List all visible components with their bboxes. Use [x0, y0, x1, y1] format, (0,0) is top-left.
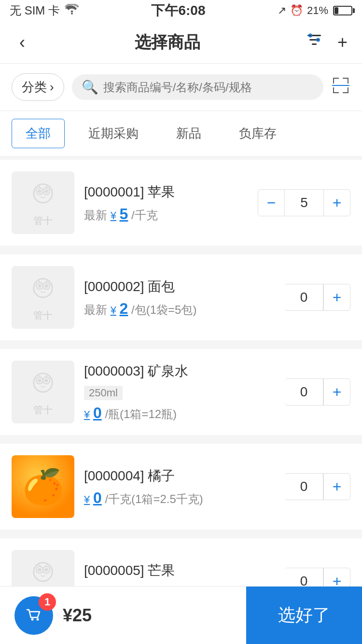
- quantity-input[interactable]: [285, 189, 323, 216]
- decrease-button[interactable]: −: [258, 189, 285, 216]
- price-unit: /千克: [131, 209, 158, 222]
- tab-negative[interactable]: 负库存: [225, 119, 291, 148]
- tab-bar: 全部 近期采购 新品 负库存: [0, 111, 362, 160]
- increase-button[interactable]: +: [323, 284, 350, 311]
- quantity-input[interactable]: [285, 284, 323, 311]
- increase-button[interactable]: +: [323, 189, 350, 216]
- svg-rect-8: [348, 78, 348, 84]
- carrier-text: 无 SIM 卡: [10, 3, 60, 18]
- svg-rect-6: [333, 78, 334, 84]
- product-name: [0000004] 橘子: [84, 467, 275, 485]
- price-label: 最新: [84, 209, 107, 222]
- location-icon: ↗: [278, 4, 286, 17]
- tab-recent[interactable]: 近期采购: [74, 119, 153, 148]
- svg-point-27: [38, 378, 42, 382]
- status-left: 无 SIM 卡: [10, 3, 79, 18]
- search-input-wrap: 🔍: [72, 74, 323, 100]
- quantity-input[interactable]: [285, 473, 323, 500]
- battery-text: 21%: [307, 4, 328, 17]
- svg-point-33: [45, 568, 48, 571]
- add-icon[interactable]: +: [337, 32, 348, 53]
- table-row: 管十 [0000003] 矿泉水 250ml ¥ 0 /瓶(1箱=12瓶) +: [0, 349, 362, 435]
- cart-button[interactable]: 1: [14, 596, 53, 635]
- quantity-control-0000003: +: [285, 378, 350, 406]
- svg-point-22: [38, 284, 42, 287]
- product-image-0000001: 管十: [12, 171, 74, 234]
- nav-bar: ‹ 选择商品 +: [0, 21, 362, 64]
- product-image-0000004: [12, 455, 74, 518]
- status-right: ↗ ⏰ 21%: [278, 4, 352, 17]
- confirm-button[interactable]: 选好了: [246, 587, 362, 644]
- tab-all[interactable]: 全部: [12, 119, 65, 148]
- increase-button[interactable]: +: [323, 473, 350, 500]
- price-yen: ¥: [111, 304, 116, 316]
- cart-badge: 1: [39, 593, 56, 611]
- quantity-control-0000004: +: [285, 473, 350, 500]
- search-bar: 分类 › 🔍: [0, 64, 362, 111]
- svg-rect-2: [312, 43, 317, 45]
- battery-icon: [333, 6, 352, 15]
- table-row: [0000004] 橘子 ¥ 0 /千克(1箱=2.5千克) +: [0, 444, 362, 530]
- nav-right-actions: +: [306, 31, 348, 53]
- alarm-icon: ⏰: [290, 4, 303, 17]
- svg-point-32: [38, 568, 42, 571]
- product-name: [0000002] 面包: [84, 278, 275, 296]
- product-info-0000001: [0000001] 苹果 最新 ¥ 5 /千克: [84, 183, 248, 223]
- product-image-0000003: 管十: [12, 361, 74, 423]
- price-yen: ¥: [84, 408, 90, 420]
- product-list: 管十 [0000001] 苹果 最新 ¥ 5 /千克 − +: [0, 160, 362, 644]
- svg-rect-13: [332, 85, 349, 86]
- product-spec: 250ml: [84, 386, 123, 400]
- price-value: 2: [120, 300, 128, 317]
- table-row: 管十 [0000001] 苹果 最新 ¥ 5 /千克 − +: [0, 160, 362, 246]
- bottom-bar: 1 ¥25 选好了: [0, 586, 362, 644]
- price-label: 最新: [84, 303, 107, 316]
- status-time: 下午6:08: [151, 1, 205, 20]
- product-price: ¥ 0 /瓶(1箱=12瓶): [84, 404, 275, 422]
- svg-point-17: [38, 189, 42, 193]
- price-unit: /包(1袋=5包): [131, 303, 196, 316]
- category-button[interactable]: 分类 ›: [12, 73, 64, 101]
- product-name: [0000003] 矿泉水: [84, 362, 275, 380]
- svg-point-44: [31, 618, 34, 620]
- back-button[interactable]: ‹: [14, 28, 30, 57]
- quantity-input[interactable]: [285, 378, 323, 406]
- price-unit: /瓶(1箱=12瓶): [105, 407, 177, 420]
- product-name: [0000005] 芒果: [84, 561, 275, 580]
- product-info-0000003: [0000003] 矿泉水 250ml ¥ 0 /瓶(1箱=12瓶): [84, 362, 275, 422]
- product-info-0000004: [0000004] 橘子 ¥ 0 /千克(1箱=2.5千克): [84, 467, 275, 507]
- svg-point-18: [45, 189, 48, 193]
- wifi-icon: [65, 4, 79, 17]
- tab-new[interactable]: 新品: [162, 119, 215, 148]
- svg-rect-12: [348, 87, 348, 93]
- page-title: 选择商品: [135, 31, 200, 54]
- category-arrow: ›: [50, 80, 54, 95]
- price-value: 0: [93, 404, 102, 421]
- svg-rect-10: [333, 87, 334, 93]
- filter-icon[interactable]: [306, 31, 323, 53]
- quantity-control-0000001: − +: [258, 189, 350, 216]
- svg-rect-1: [309, 39, 319, 41]
- search-icon: 🔍: [82, 79, 98, 95]
- price-value: 5: [120, 205, 128, 223]
- price-yen: ¥: [111, 210, 116, 222]
- price-unit: /千克(1箱=2.5千克): [105, 492, 203, 505]
- price-yen: ¥: [84, 493, 90, 505]
- svg-point-23: [45, 284, 48, 287]
- increase-button[interactable]: +: [323, 378, 350, 406]
- product-price: ¥ 0 /千克(1箱=2.5千克): [84, 489, 275, 507]
- svg-point-28: [45, 378, 48, 382]
- svg-point-45: [37, 618, 39, 620]
- scan-icon[interactable]: [331, 76, 350, 99]
- status-bar: 无 SIM 卡 下午6:08 ↗ ⏰ 21%: [0, 0, 362, 21]
- cart-total: ¥25: [63, 605, 92, 626]
- table-row: 管十 [0000002] 面包 最新 ¥ 2 /包(1袋=5包) +: [0, 254, 362, 340]
- price-value: 0: [93, 489, 102, 506]
- category-label: 分类: [22, 79, 47, 96]
- product-price: 最新 ¥ 5 /千克: [84, 205, 248, 223]
- search-input[interactable]: [103, 81, 314, 94]
- product-image-0000002: 管十: [12, 266, 74, 329]
- product-price: 最新 ¥ 2 /包(1袋=5包): [84, 300, 275, 318]
- cart-area: 1 ¥25: [0, 596, 246, 635]
- quantity-control-0000002: +: [285, 284, 350, 311]
